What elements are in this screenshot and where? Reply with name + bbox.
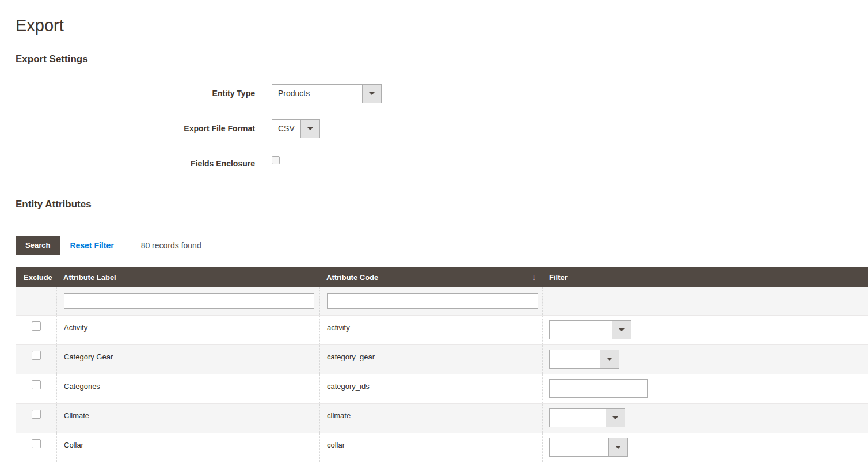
grid-header-row: Exclude Attribute Label Attribute Code ↓…: [16, 267, 868, 287]
export-page: Export Export Settings Entity Type Produ…: [0, 16, 868, 462]
row-filter-select[interactable]: [549, 438, 628, 457]
file-format-select[interactable]: CSV: [272, 119, 320, 138]
fields-enclosure-row: Fields Enclosure: [16, 154, 868, 173]
exclude-checkbox[interactable]: [32, 410, 41, 419]
entity-attributes-section: Entity Attributes Search Reset Filter 80…: [16, 199, 868, 462]
row-filter-select[interactable]: [549, 408, 625, 427]
attribute-code-cell: collar: [319, 433, 542, 462]
exclude-checkbox[interactable]: [32, 321, 41, 331]
attribute-label-filter-input[interactable]: [64, 293, 314, 309]
exclude-checkbox[interactable]: [32, 351, 41, 360]
column-header-attribute-code-text: Attribute Code: [326, 273, 378, 282]
column-header-attribute-label[interactable]: Attribute Label: [56, 267, 319, 287]
entity-attributes-grid: Exclude Attribute Label Attribute Code ↓…: [16, 267, 868, 462]
file-format-selected-value: CSV: [272, 120, 300, 138]
chevron-down-icon: [612, 321, 631, 339]
page-title: Export: [16, 16, 868, 35]
column-header-filter: Filter: [542, 267, 868, 287]
entity-type-select[interactable]: Products: [272, 84, 382, 103]
exclude-checkbox[interactable]: [32, 380, 41, 389]
entity-attributes-heading: Entity Attributes: [16, 199, 868, 210]
chevron-down-icon: [608, 438, 627, 456]
row-filter-select[interactable]: [549, 320, 631, 339]
filter-cell-code: [319, 287, 542, 315]
attribute-code-cell: category_ids: [319, 374, 542, 403]
attribute-label-cell: Category Gear: [56, 345, 319, 374]
column-header-attribute-code[interactable]: Attribute Code ↓: [319, 267, 542, 287]
records-count: 80 records found: [141, 241, 201, 250]
attribute-label-cell: Collar: [56, 433, 319, 462]
chevron-down-icon: [362, 85, 381, 103]
file-format-label: Export File Format: [16, 119, 255, 138]
export-settings-heading: Export Settings: [16, 54, 868, 65]
chevron-down-icon: [300, 120, 319, 138]
entity-type-label: Entity Type: [16, 84, 255, 103]
row-filter-text-input[interactable]: [549, 379, 648, 398]
column-header-exclude[interactable]: Exclude: [16, 267, 56, 287]
attribute-code-cell: category_gear: [319, 345, 542, 374]
search-button[interactable]: Search: [16, 236, 60, 255]
fields-enclosure-label: Fields Enclosure: [16, 154, 255, 173]
fields-enclosure-checkbox[interactable]: [272, 156, 280, 164]
table-row: Activity activity: [16, 315, 868, 344]
attribute-label-cell: Climate: [56, 404, 319, 433]
chevron-down-icon: [606, 409, 625, 427]
attribute-code-cell: activity: [319, 316, 542, 344]
entity-type-row: Entity Type Products: [16, 84, 868, 103]
exclude-checkbox[interactable]: [32, 439, 41, 448]
table-row: Category Gear category_gear: [16, 344, 868, 374]
entity-type-selected-value: Products: [272, 85, 362, 103]
attribute-code-cell: climate: [319, 404, 542, 433]
filter-cell-label: [56, 287, 319, 315]
row-filter-select-value: [550, 321, 612, 339]
chevron-down-icon: [600, 350, 619, 368]
grid-filter-row: [16, 287, 868, 315]
grid-toolbar: Search Reset Filter 80 records found: [16, 236, 868, 255]
row-filter-select-value: [550, 438, 608, 456]
row-filter-select[interactable]: [549, 350, 619, 369]
export-settings-section: Export Settings Entity Type Products Exp…: [16, 54, 868, 173]
filter-cell-filter: [542, 287, 868, 315]
table-row: Climate climate: [16, 403, 868, 433]
attribute-label-cell: Activity: [56, 316, 319, 344]
reset-filter-link[interactable]: Reset Filter: [70, 241, 113, 250]
filter-cell-exclude: [16, 287, 56, 315]
table-row: Categories category_ids: [16, 374, 868, 403]
file-format-row: Export File Format CSV: [16, 119, 868, 138]
row-filter-select-value: [550, 350, 600, 368]
sort-descending-icon: ↓: [532, 272, 536, 282]
attribute-code-filter-input[interactable]: [327, 293, 538, 309]
table-row: Collar collar: [16, 433, 868, 462]
grid-body: Activity activity Category Gear category…: [16, 287, 868, 462]
row-filter-select-value: [550, 409, 606, 427]
attribute-label-cell: Categories: [56, 374, 319, 403]
